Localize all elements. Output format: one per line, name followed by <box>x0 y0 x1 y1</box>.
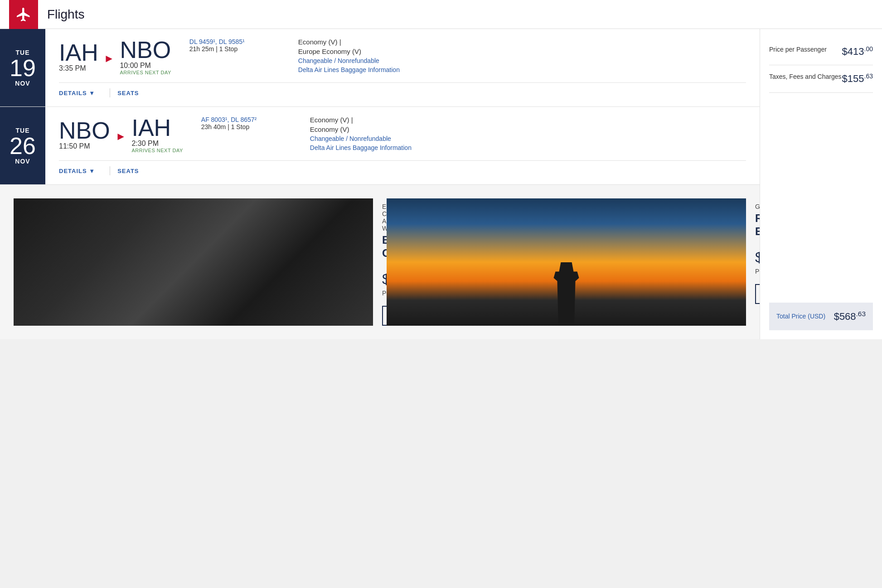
taxes-value: $155.63 <box>842 72 873 85</box>
date-column-2: TUE 26 NOV <box>0 107 45 184</box>
flight-row-1: TUE 19 NOV IAH 3:35 PM ► NBO 10:00 PM <box>0 29 760 107</box>
details-button-1[interactable]: DETAILS ▼ <box>59 90 102 96</box>
price-per-passenger-row: Price per Passenger $413.00 <box>769 38 873 65</box>
route-block-1: IAH 3:35 PM ► NBO 10:00 PM ARRIVES NEXT … <box>59 38 171 75</box>
upgrade-card-economy: GET MORE WITH REFUNDABLE ECONOMY $2,605.… <box>387 198 746 326</box>
header-icon-bg <box>9 0 38 29</box>
route-arrow-2: ► <box>116 130 126 143</box>
flight-numbers-col-1: DL 9459¹, DL 9585¹ 21h 25m | 1 Stop <box>189 38 280 53</box>
flight-row-2: TUE 26 NOV NBO 11:50 PM ► IAH 2:30 PM <box>0 107 760 185</box>
fare-col-2: Economy (V) | Economy (V) Changeable / N… <box>310 116 437 151</box>
route-arrow-1: ► <box>104 52 115 65</box>
changeable-link-1[interactable]: Changeable / Nonrefundable <box>298 57 425 64</box>
destination-1: NBO 10:00 PM ARRIVES NEXT DAY <box>120 38 171 75</box>
flight-actions-1: DETAILS ▼ SEATS <box>59 82 746 97</box>
total-label: Total Price (USD) <box>776 312 825 320</box>
app-header: Flights <box>0 0 882 29</box>
destination-2: IAH 2:30 PM ARRIVES NEXT DAY <box>131 116 183 153</box>
month-2: NOV <box>15 158 30 165</box>
date-column-1: TUE 19 NOV <box>0 29 45 106</box>
seats-button-2[interactable]: SEATS <box>117 168 139 174</box>
taxes-label: Taxes, Fees and Charges <box>769 72 842 82</box>
flight-info-2: NBO 11:50 PM ► IAH 2:30 PM ARRIVES NEXT … <box>45 107 760 184</box>
action-divider-1 <box>110 88 110 97</box>
sidebar-spacer <box>769 93 873 303</box>
price-per-passenger-value: $413.00 <box>842 45 873 58</box>
baggage-link-1[interactable]: Delta Air Lines Baggage Information <box>298 66 425 73</box>
changeable-link-2[interactable]: Changeable / Nonrefundable <box>310 135 437 142</box>
origin-2: NBO 11:50 PM <box>59 119 110 150</box>
seats-button-1[interactable]: SEATS <box>117 90 139 96</box>
month-1: NOV <box>15 80 30 87</box>
total-value: $568.63 <box>834 310 866 323</box>
upgrade-section: ENJOY MAXIMUM COMFORT ON YOUR AIR FRANCE… <box>0 185 760 339</box>
main-container: TUE 19 NOV IAH 3:35 PM ► NBO 10:00 PM <box>0 29 882 339</box>
origin-1: IAH 3:35 PM <box>59 41 98 72</box>
day-num-2: 26 <box>10 134 36 158</box>
route-block-2: NBO 11:50 PM ► IAH 2:30 PM ARRIVES NEXT … <box>59 116 183 153</box>
details-button-2[interactable]: DETAILS ▼ <box>59 168 102 174</box>
economy-image <box>387 198 746 326</box>
total-price-section: Total Price (USD) $568.63 <box>769 303 873 330</box>
flight-actions-2: DETAILS ▼ SEATS <box>59 160 746 175</box>
action-divider-2 <box>110 166 110 175</box>
fare-col-1: Economy (V) | Europe Economy (V) Changea… <box>298 38 425 73</box>
silhouette-shape <box>548 262 585 326</box>
flight-main-row-1: IAH 3:35 PM ► NBO 10:00 PM ARRIVES NEXT … <box>59 38 746 75</box>
flight-info-1: IAH 3:35 PM ► NBO 10:00 PM ARRIVES NEXT … <box>45 29 760 106</box>
airplane-icon <box>15 6 32 23</box>
day-num-1: 19 <box>10 56 36 80</box>
page-title: Flights <box>47 7 84 22</box>
price-per-passenger-label: Price per Passenger <box>769 45 827 54</box>
flight-numbers-col-2: AF 8003¹, DL 8657² 23h 40m | 1 Stop <box>201 116 292 130</box>
business-class-image <box>14 198 373 326</box>
taxes-row: Taxes, Fees and Charges $155.63 <box>769 65 873 92</box>
sidebar: Price per Passenger $413.00 Taxes, Fees … <box>760 29 882 339</box>
upgrade-card-business: ENJOY MAXIMUM COMFORT ON YOUR AIR FRANCE… <box>14 198 373 326</box>
flight-main-row-2: NBO 11:50 PM ► IAH 2:30 PM ARRIVES NEXT … <box>59 116 746 153</box>
baggage-link-2[interactable]: Delta Air Lines Baggage Information <box>310 144 437 151</box>
flights-section: TUE 19 NOV IAH 3:35 PM ► NBO 10:00 PM <box>0 29 760 339</box>
